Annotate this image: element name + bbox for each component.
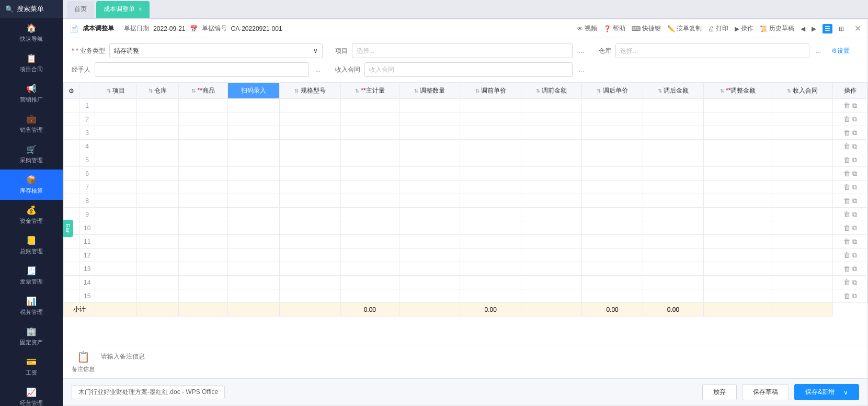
row-unit[interactable] [340, 289, 399, 303]
row-income-contract[interactable] [772, 235, 832, 249]
delete-icon[interactable]: 🗑 [843, 102, 850, 110]
row-scan[interactable] [228, 289, 280, 303]
table-row[interactable]: 1 🗑 ⧉ [64, 99, 867, 112]
copy-icon[interactable]: ⧉ [852, 292, 857, 300]
row-project[interactable] [95, 235, 137, 249]
th-post-price[interactable]: ⇅ 调后单价 [582, 83, 643, 99]
row-pre-price[interactable] [460, 249, 521, 262]
row-project[interactable] [95, 112, 137, 126]
row-product[interactable] [179, 249, 228, 262]
row-qty[interactable] [399, 235, 460, 249]
calendar-icon[interactable]: 📅 [190, 25, 198, 32]
delete-icon[interactable]: 🗑 [843, 115, 850, 123]
row-income-contract[interactable] [772, 181, 832, 194]
row-spec[interactable] [280, 194, 340, 208]
row-adjust-amount[interactable] [704, 194, 772, 208]
income-contract-input[interactable]: 收入合同 [364, 62, 573, 77]
row-adjust-amount[interactable] [704, 126, 772, 140]
delete-icon[interactable]: 🗑 [843, 292, 850, 300]
row-post-price[interactable] [582, 276, 643, 289]
ear-tab[interactable]: Ear [63, 220, 73, 237]
row-scan[interactable] [228, 99, 280, 112]
table-row[interactable]: 13 🗑 ⧉ [64, 262, 867, 276]
row-pre-price[interactable] [460, 208, 521, 221]
help-button[interactable]: ❓ 帮助 [603, 24, 625, 33]
row-product[interactable] [179, 235, 228, 249]
th-adjust-amount[interactable]: ⇅ **调整金额 [704, 83, 772, 99]
table-row[interactable]: 12 🗑 ⧉ [64, 249, 867, 262]
row-pre-amount[interactable] [521, 208, 581, 221]
row-unit[interactable] [340, 262, 399, 276]
row-unit[interactable] [340, 167, 399, 181]
row-pre-price[interactable] [460, 126, 521, 140]
row-pre-amount[interactable] [521, 99, 581, 112]
delete-icon[interactable]: 🗑 [843, 278, 850, 287]
row-warehouse[interactable] [137, 153, 179, 167]
row-spec[interactable] [280, 249, 340, 262]
row-post-amount[interactable] [643, 221, 703, 235]
row-project[interactable] [95, 181, 137, 194]
history-button[interactable]: 📜 历史草稿 [760, 24, 794, 33]
row-post-amount[interactable] [643, 208, 703, 221]
row-income-contract[interactable] [772, 194, 832, 208]
row-income-contract[interactable] [772, 289, 832, 303]
row-post-price[interactable] [582, 99, 643, 112]
row-income-contract[interactable] [772, 99, 832, 112]
copy-icon[interactable]: ⧉ [852, 183, 857, 191]
row-unit[interactable] [340, 194, 399, 208]
row-spec[interactable] [280, 167, 340, 181]
warehouse-more-button[interactable]: ... [814, 47, 823, 54]
row-pre-price[interactable] [460, 262, 521, 276]
row-income-contract[interactable] [772, 112, 832, 126]
row-project[interactable] [95, 140, 137, 153]
shortcut-button[interactable]: ⌨ 快捷键 [632, 24, 661, 33]
row-post-amount[interactable] [643, 153, 703, 167]
row-pre-price[interactable] [460, 140, 521, 153]
delete-icon[interactable]: 🗑 [843, 183, 850, 191]
table-row[interactable]: 3 🗑 ⧉ [64, 126, 867, 140]
row-scan[interactable] [228, 235, 280, 249]
row-product[interactable] [179, 153, 228, 167]
row-adjust-amount[interactable] [704, 262, 772, 276]
row-pre-price[interactable] [460, 99, 521, 112]
row-pre-price[interactable] [460, 181, 521, 194]
sidebar-item-invoice[interactable]: 🧾 发票管理 [0, 261, 63, 291]
row-post-amount[interactable] [643, 167, 703, 181]
business-type-input[interactable]: 结存调整 ∨ [109, 43, 323, 58]
operation-button[interactable]: ▶ 操作 [735, 24, 753, 33]
row-unit[interactable] [340, 140, 399, 153]
tab-home[interactable]: 首页 [67, 1, 94, 18]
row-pre-amount[interactable] [521, 289, 581, 303]
sidebar-item-inventory[interactable]: 📦 库存核算 [0, 170, 63, 200]
row-income-contract[interactable] [772, 262, 832, 276]
row-income-contract[interactable] [772, 167, 832, 181]
row-spec[interactable] [280, 208, 340, 221]
sidebar-item-operation[interactable]: 📈 经营管理 [0, 382, 63, 406]
row-adjust-amount[interactable] [704, 235, 772, 249]
row-unit[interactable] [340, 235, 399, 249]
delete-icon[interactable]: 🗑 [843, 197, 850, 205]
table-row[interactable]: 7 🗑 ⧉ [64, 181, 867, 194]
copy-icon[interactable]: ⧉ [852, 210, 857, 219]
batch-edit-button[interactable]: ✏️ 按单复制 [667, 24, 702, 33]
save-new-button[interactable]: 保存&新增 ∨ [794, 384, 859, 400]
th-product[interactable]: ⇅ **商品 [179, 83, 228, 99]
row-pre-amount[interactable] [521, 112, 581, 126]
row-adjust-amount[interactable] [704, 276, 772, 289]
row-income-contract[interactable] [772, 126, 832, 140]
row-product[interactable] [179, 126, 228, 140]
row-scan[interactable] [228, 221, 280, 235]
sidebar-item-purchase[interactable]: 🛒 采购管理 [0, 139, 63, 170]
row-project[interactable] [95, 167, 137, 181]
row-unit[interactable] [340, 276, 399, 289]
th-pre-amount[interactable]: ⇅ 调前金额 [521, 83, 581, 99]
row-unit[interactable] [340, 99, 399, 112]
row-product[interactable] [179, 112, 228, 126]
row-qty[interactable] [399, 276, 460, 289]
copy-icon[interactable]: ⧉ [852, 197, 857, 205]
copy-icon[interactable]: ⧉ [852, 278, 857, 287]
row-pre-amount[interactable] [521, 262, 581, 276]
row-warehouse[interactable] [137, 99, 179, 112]
row-post-amount[interactable] [643, 126, 703, 140]
row-post-amount[interactable] [643, 140, 703, 153]
